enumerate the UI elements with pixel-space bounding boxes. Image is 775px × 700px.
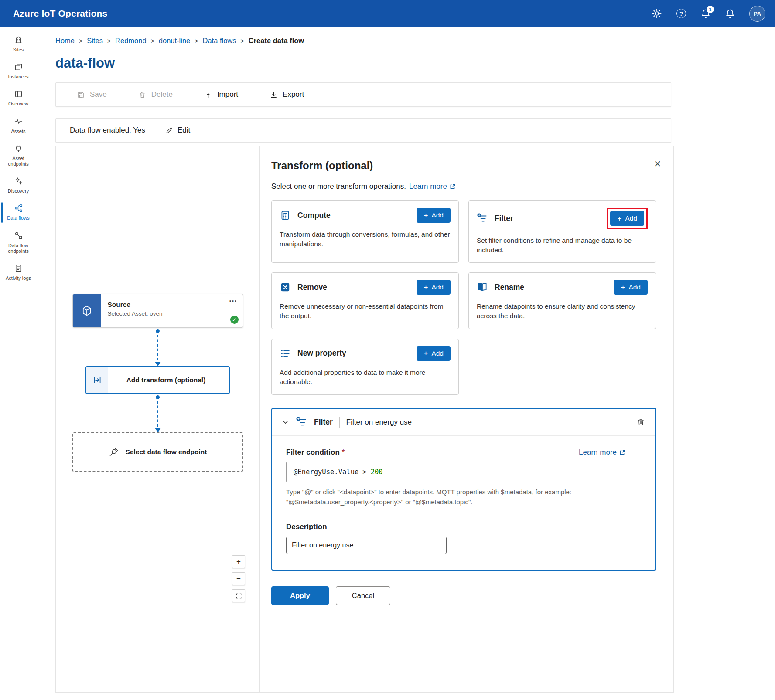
import-icon — [204, 91, 212, 99]
breadcrumb-separator: > — [107, 37, 111, 44]
sidebar-item-asset-endpoints[interactable]: Asset endpoints — [0, 139, 37, 172]
settings-icon[interactable] — [652, 8, 662, 19]
filter-condition-input[interactable]: @EnergyUse.Value > 200 — [286, 462, 625, 482]
save-button[interactable]: Save — [77, 90, 107, 99]
zoom-in-button[interactable]: + — [232, 555, 245, 568]
breadcrumb-separator: > — [79, 37, 82, 44]
condition-help-text: Type "@" or click "<datapoint>" to enter… — [286, 487, 625, 507]
filter-editor-body: Filter condition* Learn more @EnergyUse.… — [272, 436, 655, 570]
delete-button[interactable]: Delete — [138, 90, 173, 99]
add-transform-label: Add transform (optional) — [108, 376, 229, 384]
fit-to-screen-button[interactable] — [232, 589, 245, 602]
panel-subtitle-text: Select one or more transform operations. — [271, 182, 406, 191]
plus-icon: + — [621, 284, 625, 291]
panel-title: Transform (optional) — [271, 160, 656, 172]
data-flow-endpoints-icon — [14, 231, 23, 240]
alerts-icon[interactable] — [725, 8, 735, 19]
export-button[interactable]: Export — [270, 90, 304, 99]
sites-icon — [14, 35, 23, 44]
sidebar-item-label: Overview — [8, 101, 28, 107]
sidebar-item-label: Data flows — [7, 215, 29, 221]
learn-more-link[interactable]: Learn more — [409, 182, 456, 191]
sidebar-item-label: Instances — [8, 74, 28, 80]
condition-operator: > — [362, 468, 366, 476]
sidebar-item-activity-logs[interactable]: Activity logs — [0, 259, 37, 286]
sidebar-item-data-flow-endpoints[interactable]: Data flow endpoints — [0, 226, 37, 259]
sidebar: Sites Instances Overview Assets Asset en… — [0, 27, 37, 700]
import-button[interactable]: Import — [204, 90, 238, 99]
overview-icon — [14, 89, 23, 99]
apply-button[interactable]: Apply — [271, 586, 329, 605]
sidebar-item-discovery[interactable]: Discovery — [0, 172, 37, 199]
sidebar-item-instances[interactable]: Instances — [0, 58, 37, 85]
filter-editor-header: Filter Filter on energy use — [272, 409, 655, 436]
export-icon — [270, 91, 278, 99]
fit-to-screen-icon — [236, 593, 242, 599]
compute-icon — [280, 210, 291, 221]
select-endpoint-label: Select data flow endpoint — [126, 448, 207, 456]
help-icon[interactable]: ? — [676, 8, 686, 19]
asset-endpoints-icon — [14, 144, 23, 153]
chevron-down-icon[interactable] — [282, 418, 289, 426]
avatar[interactable]: PA — [749, 6, 765, 22]
breadcrumb: Home > Sites > Redmond > donut-line > Da… — [55, 37, 775, 45]
instances-icon — [14, 62, 23, 71]
rename-title: Rename — [495, 283, 524, 292]
delete-label: Delete — [151, 90, 173, 99]
source-node[interactable]: Source Selected Asset: oven … ✓ — [72, 294, 243, 328]
new-property-add-button[interactable]: + Add — [417, 346, 451, 361]
sidebar-item-label: Assets — [11, 129, 25, 134]
vertical-divider — [339, 417, 340, 428]
flow-stack: Source Selected Asset: oven … ✓ — [56, 294, 259, 472]
sidebar-item-label: Discovery — [8, 188, 29, 194]
compute-add-button[interactable]: + Add — [417, 208, 451, 223]
cancel-button[interactable]: Cancel — [336, 586, 390, 605]
source-more-icon[interactable]: … — [229, 294, 238, 304]
edit-button[interactable]: Edit — [165, 126, 190, 135]
breadcrumb-separator: > — [151, 37, 154, 44]
sidebar-item-data-flows[interactable]: Data flows — [0, 199, 37, 226]
add-label: Add — [625, 214, 637, 222]
breadcrumb-separator: > — [195, 37, 198, 44]
sidebar-item-label: Sites — [13, 47, 24, 53]
breadcrumb-redmond[interactable]: Redmond — [115, 37, 147, 45]
zoom-out-button[interactable]: − — [232, 572, 245, 585]
breadcrumb-data-flows[interactable]: Data flows — [202, 37, 236, 45]
breadcrumb-sites[interactable]: Sites — [87, 37, 103, 45]
condition-learn-more-link[interactable]: Learn more — [579, 448, 625, 457]
remove-title: Remove — [297, 283, 327, 292]
compute-card: Compute + Add Transform data through con… — [271, 200, 459, 263]
delete-filter-button[interactable] — [636, 418, 645, 427]
main-content: Home > Sites > Redmond > donut-line > Da… — [37, 27, 775, 700]
panel-subtitle: Select one or more transform operations.… — [271, 182, 656, 191]
help-glyph: ? — [676, 9, 686, 18]
compute-title: Compute — [297, 211, 331, 220]
filter-card: Filter + Add Set filter conditions to re… — [468, 200, 656, 263]
sidebar-item-sites[interactable]: Sites — [0, 31, 37, 58]
select-endpoint-node[interactable]: Select data flow endpoint — [72, 432, 243, 472]
top-bar: Azure IoT Operations ? 1 PA — [0, 0, 775, 27]
sidebar-item-assets[interactable]: Assets — [0, 112, 37, 139]
required-marker: * — [342, 448, 345, 456]
filter-add-button[interactable]: + Add — [610, 211, 644, 226]
notifications-icon[interactable]: 1 — [700, 8, 711, 19]
add-transform-node[interactable]: Add transform (optional) — [85, 366, 230, 394]
filter-condition-label: Filter condition* — [286, 448, 345, 457]
filter-title: Filter — [495, 214, 513, 223]
add-label: Add — [431, 283, 444, 291]
external-link-icon — [449, 183, 456, 190]
sidebar-item-overview[interactable]: Overview — [0, 85, 37, 112]
breadcrumb-home[interactable]: Home — [55, 37, 75, 45]
connector-arrow-icon — [155, 428, 161, 432]
remove-add-button[interactable]: + Add — [417, 280, 451, 295]
source-cube-icon — [73, 294, 101, 327]
remove-description: Remove unnecessary or non-essential data… — [280, 302, 451, 320]
rename-add-button[interactable]: + Add — [614, 280, 648, 295]
add-label: Add — [431, 211, 444, 219]
filter-icon — [477, 213, 488, 224]
close-icon[interactable]: ✕ — [654, 159, 661, 169]
description-input[interactable] — [286, 537, 447, 554]
connector-port-dot — [156, 395, 160, 399]
breadcrumb-current: Create data flow — [249, 37, 304, 45]
breadcrumb-donut-line[interactable]: donut-line — [159, 37, 190, 45]
